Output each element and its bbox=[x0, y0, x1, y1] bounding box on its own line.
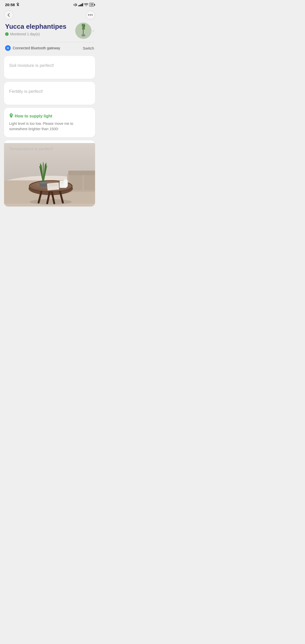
back-button[interactable] bbox=[4, 10, 13, 20]
wifi-icon bbox=[84, 3, 88, 6]
fertility-text: Fertility is perfect! bbox=[9, 89, 43, 94]
bluetooth-icon: H bbox=[5, 45, 11, 51]
light-warning-icon bbox=[9, 113, 13, 119]
soil-moisture-text: Soil moisture is perfect! bbox=[9, 63, 54, 68]
bluetooth-text: Connected Bluetooth gateway bbox=[13, 46, 60, 50]
status-left: 20:58 bbox=[5, 3, 19, 7]
svg-point-40 bbox=[42, 162, 44, 163]
bluetooth-status-icon bbox=[16, 3, 19, 7]
status-bar: 20:58 bbox=[0, 0, 99, 8]
bluetooth-row: H Connected Bluetooth gateway Switch bbox=[0, 42, 99, 54]
time-display: 20:58 bbox=[5, 3, 15, 7]
temperature-text: Temperature is perfect! bbox=[9, 146, 53, 152]
monitored-text: Monitored 1 day(s) bbox=[10, 32, 40, 36]
temperature-card: Temperature is perfect! bbox=[4, 140, 95, 206]
more-button[interactable]: ••• bbox=[86, 10, 95, 20]
svg-point-39 bbox=[40, 163, 41, 164]
light-title: How to supply light bbox=[9, 113, 90, 119]
plant-info: Yucca elephantipes Monitored 1 day(s) bbox=[5, 23, 75, 36]
cards-container: Soil moisture is perfect! Fertility is p… bbox=[0, 54, 99, 208]
svg-point-47 bbox=[30, 199, 72, 205]
mute-icon bbox=[73, 3, 77, 7]
plant-avatar bbox=[75, 23, 92, 39]
light-card: How to supply light Light level is too l… bbox=[4, 108, 95, 137]
monitored-dot bbox=[5, 32, 9, 36]
svg-rect-46 bbox=[65, 178, 67, 180]
plant-header: Yucca elephantipes Monitored 1 day(s) bbox=[0, 22, 99, 42]
soil-moisture-card: Soil moisture is perfect! bbox=[4, 56, 95, 79]
plant-avatar-wrapper[interactable]: › bbox=[75, 23, 94, 39]
light-title-text: How to supply light bbox=[15, 114, 52, 118]
bluetooth-connection: H Connected Bluetooth gateway bbox=[5, 45, 60, 51]
signal-icon bbox=[78, 3, 83, 6]
svg-point-10 bbox=[11, 114, 12, 116]
status-right: 15 bbox=[73, 3, 94, 7]
svg-point-44 bbox=[40, 182, 47, 184]
svg-rect-9 bbox=[82, 34, 85, 36]
plant-monitored: Monitored 1 day(s) bbox=[5, 32, 75, 36]
svg-rect-15 bbox=[68, 171, 95, 175]
fertility-card: Fertility is perfect! bbox=[4, 82, 95, 105]
svg-rect-18 bbox=[84, 175, 95, 190]
light-description: Light level is too low. Please move me t… bbox=[9, 121, 90, 132]
nav-bar: ••• bbox=[0, 8, 99, 22]
svg-rect-45 bbox=[64, 179, 68, 187]
plant-name: Yucca elephantipes bbox=[5, 23, 75, 31]
plant-avatar-image bbox=[75, 23, 92, 39]
switch-button[interactable]: Switch bbox=[83, 46, 94, 50]
avatar-chevron-icon: › bbox=[93, 28, 94, 34]
svg-point-41 bbox=[45, 162, 47, 164]
battery-icon: 15 bbox=[89, 3, 94, 7]
